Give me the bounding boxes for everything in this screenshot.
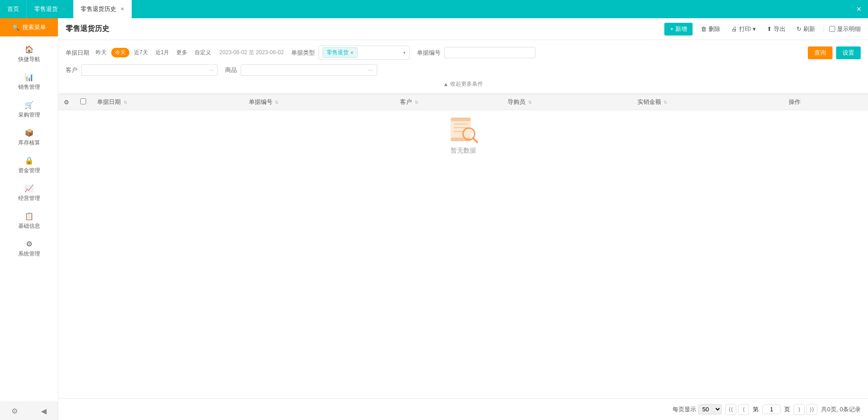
doc-type-label: 单据类型: [291, 49, 315, 57]
export-label: 导出: [774, 25, 786, 33]
th-ops: 操作: [783, 94, 868, 110]
window-close-button[interactable]: ×: [850, 0, 868, 18]
goods-input[interactable]: ···: [241, 64, 377, 76]
export-icon: ⬆: [767, 26, 772, 32]
goods-filter: 商品 ···: [225, 64, 377, 76]
tab-list: 首页 零售退货 × 零售退货历史 ×: [0, 0, 850, 18]
doc-no-input[interactable]: [444, 47, 535, 58]
sidebar: 🔍 搜索菜单 🏠 快捷导航 📊 销售管理 🛒 采购管理 📦 库存核算 🔒: [0, 18, 58, 420]
doc-type-tag-label: 零售退货: [327, 49, 349, 56]
print-label: 打印: [739, 25, 751, 33]
table-area: ⚙ 单据日期 ⇅ 单据编号 ⇅: [58, 94, 868, 398]
date-btn-yesterday[interactable]: 昨天: [93, 48, 109, 57]
doc-date-sort-icon: ⇅: [123, 100, 127, 105]
sidebar-item-operations[interactable]: 📈 经营管理: [0, 179, 58, 207]
tab-retail-return-history-close[interactable]: ×: [121, 6, 124, 12]
sidebar-item-sales[interactable]: 📊 销售管理: [0, 68, 58, 96]
sidebar-item-purchase[interactable]: 🛒 采购管理: [0, 96, 58, 123]
customer-input[interactable]: ···: [81, 64, 218, 76]
new-button[interactable]: + 新增: [664, 23, 693, 36]
per-page-dropdown[interactable]: 50 10 20 100: [698, 404, 722, 415]
sidebar-item-finance[interactable]: 🔒 资金管理: [0, 151, 58, 179]
guide-sort-icon: ⇅: [528, 100, 532, 105]
sidebar-item-basic-info-label: 基础信息: [18, 222, 40, 230]
refresh-label: 刷新: [803, 25, 815, 33]
collapse-sidebar-icon[interactable]: ◀: [41, 407, 46, 415]
doc-type-tag: 零售退货 ×: [323, 47, 358, 58]
system-icon: ⚙: [25, 239, 34, 248]
doc-type-tag-close[interactable]: ×: [350, 50, 354, 56]
th-guide[interactable]: 导购员 ⇅: [502, 94, 632, 110]
svg-line-7: [473, 138, 477, 143]
settings-bottom-icon[interactable]: ⚙: [11, 407, 18, 415]
total-info: 共0页, 0条记录: [821, 405, 861, 414]
page-number-input[interactable]: [762, 405, 781, 414]
th-settings[interactable]: ⚙: [58, 94, 75, 110]
tab-home[interactable]: 首页: [0, 0, 27, 18]
svg-rect-1: [451, 118, 471, 121]
sidebar-item-system-label: 系统管理: [18, 250, 40, 258]
sidebar-item-basic-info[interactable]: 📋 基础信息: [0, 207, 58, 235]
customer-dots: ···: [209, 67, 214, 73]
customer-label: 客户: [66, 66, 77, 74]
table-header-row: ⚙ 单据日期 ⇅ 单据编号 ⇅: [58, 94, 868, 110]
main-layout: 🔍 搜索菜单 🏠 快捷导航 📊 销售管理 🛒 采购管理 📦 库存核算 🔒: [0, 18, 868, 420]
filter-area: 单据日期 昨天 今天 近7天 近1月 更多 自定义 2023-06-02 至 2…: [58, 40, 868, 94]
doc-type-filter: 单据类型 零售退货 × ▾: [291, 46, 410, 60]
new-label: 新增: [675, 25, 687, 33]
tab-retail-return-close[interactable]: ×: [62, 6, 66, 12]
page-header: 零售退货历史 + 新增 🗑 删除 🖨 打印 ▾ ⬆ 导出: [58, 18, 868, 40]
export-button[interactable]: ⬆ 导出: [764, 23, 788, 35]
plus-icon: +: [670, 26, 673, 32]
sidebar-item-system[interactable]: ⚙ 系统管理: [0, 235, 58, 262]
last-page-button[interactable]: ⟩⟩: [806, 404, 817, 415]
customer-sort-icon: ⇅: [415, 100, 418, 105]
refresh-icon: ↻: [796, 26, 801, 32]
collapse-button[interactable]: ▲ 收起更多条件: [443, 80, 483, 88]
date-filter: 单据日期 昨天 今天 近7天 近1月 更多 自定义 2023-06-02 至 2…: [66, 48, 284, 57]
show-detail-checkbox-label[interactable]: 显示明细: [829, 25, 861, 33]
select-all-checkbox[interactable]: [80, 98, 86, 104]
date-btn-custom[interactable]: 自定义: [192, 48, 214, 57]
refresh-button[interactable]: ↻ 刷新: [794, 23, 818, 35]
print-button[interactable]: 🖨 打印 ▾: [729, 23, 759, 35]
th-customer[interactable]: 客户 ⇅: [395, 94, 502, 110]
th-amount[interactable]: 实销金额 ⇅: [632, 94, 784, 110]
doc-type-dropdown[interactable]: 零售退货 × ▾: [318, 46, 410, 60]
show-detail-checkbox[interactable]: [829, 26, 835, 32]
settings-button[interactable]: 设置: [836, 46, 861, 59]
date-btn-1month[interactable]: 近1月: [153, 48, 172, 57]
page-nav: ⟨⟨ ⟨ 第 页 ⟩ ⟩⟩: [725, 404, 817, 415]
query-button[interactable]: 查询: [808, 46, 832, 59]
settings-gear-icon[interactable]: ⚙: [64, 99, 69, 106]
first-page-button[interactable]: ⟨⟨: [725, 404, 736, 415]
th-checkbox[interactable]: [75, 94, 92, 110]
date-btn-7days[interactable]: 近7天: [131, 48, 151, 57]
tab-retail-return[interactable]: 零售退货 ×: [27, 0, 73, 18]
page-title: 零售退货历史: [66, 24, 664, 34]
tab-retail-return-history[interactable]: 零售退货历史 ×: [73, 0, 132, 18]
collapse-label: 收起更多条件: [450, 80, 483, 88]
empty-state: 暂无数据: [58, 110, 868, 155]
delete-icon: 🗑: [701, 26, 707, 32]
sidebar-item-quick-nav[interactable]: 🏠 快捷导航: [0, 40, 58, 68]
prev-page-button[interactable]: ⟨: [738, 404, 749, 415]
th-doc-no[interactable]: 单据编号 ⇅: [243, 94, 395, 110]
finance-icon: 🔒: [25, 156, 34, 165]
amount-sort-icon: ⇅: [663, 100, 667, 105]
doc-type-selected-tags: 零售退货 ×: [323, 47, 401, 58]
search-icon: 🔍: [12, 24, 20, 31]
query-label: 查询: [814, 49, 826, 57]
delete-button[interactable]: 🗑 删除: [698, 23, 723, 35]
sidebar-search[interactable]: 🔍 搜索菜单: [0, 18, 58, 36]
th-doc-date[interactable]: 单据日期 ⇅: [92, 94, 243, 110]
next-page-button[interactable]: ⟩: [794, 404, 805, 415]
doc-no-filter: 单据编号: [417, 47, 535, 58]
divider: [823, 26, 824, 33]
sales-icon: 📊: [25, 72, 34, 82]
top-bar: 首页 零售退货 × 零售退货历史 × ×: [0, 0, 868, 18]
sidebar-item-inventory[interactable]: 📦 库存核算: [0, 123, 58, 151]
date-btn-today[interactable]: 今天: [111, 48, 129, 57]
date-btn-more[interactable]: 更多: [174, 48, 190, 57]
customer-filter: 客户 ···: [66, 64, 218, 76]
